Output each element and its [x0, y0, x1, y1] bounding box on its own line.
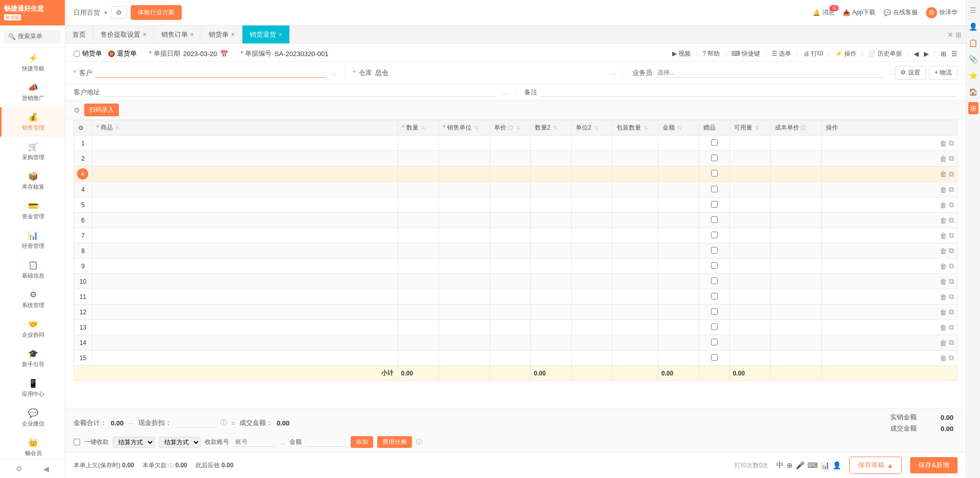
sidebar-collapse-btn[interactable]: ◀ — [43, 465, 49, 473]
sidebar-item-inventory[interactable]: 📦 库存核算 — [0, 166, 65, 196]
delete-row-btn[interactable]: 🗑 — [940, 293, 947, 301]
goods-cell[interactable] — [92, 151, 398, 166]
scan-button[interactable]: 扫码录入 — [84, 104, 119, 116]
gift-cell[interactable] — [699, 151, 729, 166]
calendar-icon[interactable]: 📅 — [220, 50, 228, 58]
unit2-cell[interactable] — [571, 166, 612, 182]
shortcut-btn[interactable]: ⌨ 快捷键 — [731, 49, 760, 58]
copy-row-btn[interactable]: ⧉ — [949, 308, 954, 316]
pkg-qty-cell[interactable] — [612, 136, 658, 151]
tab-sales-order[interactable]: 销售订单 ✕ — [154, 26, 202, 43]
qty2-cell[interactable] — [530, 166, 571, 182]
unit-price-cell[interactable] — [489, 136, 530, 151]
account-input[interactable] — [233, 437, 274, 447]
tab-price-settings[interactable]: 售价提取设置 ✕ — [93, 26, 154, 43]
print-btn[interactable]: 🖨 打印 — [803, 49, 823, 58]
sort-icon[interactable]: ⇅ — [553, 125, 557, 131]
save-new-button[interactable]: 保存&新增 — [910, 457, 958, 473]
next-doc-btn[interactable]: ▶ — [924, 50, 929, 58]
cost-price-cell[interactable] — [770, 136, 821, 151]
delete-row-btn[interactable]: 🗑 — [940, 216, 947, 224]
unit2-cell[interactable] — [571, 136, 612, 151]
right-sidebar-icon-4[interactable]: 📎 — [967, 53, 979, 65]
copy-row-btn[interactable]: ⧉ — [949, 323, 954, 332]
qty-cell[interactable] — [398, 136, 438, 151]
delete-row-btn[interactable]: 🗑 — [940, 139, 947, 147]
copy-row-btn[interactable]: ⧉ — [949, 139, 954, 147]
copy-row-btn[interactable]: ⧉ — [949, 231, 954, 240]
available-cell[interactable] — [729, 136, 770, 151]
app-download-button[interactable]: 📥 App下载 — [843, 8, 875, 17]
sidebar-item-purchase[interactable]: 🛒 采购管理 — [0, 137, 65, 166]
toolbar-icon-4[interactable]: ⌨ — [807, 461, 818, 469]
qty2-cell[interactable] — [530, 151, 571, 166]
table-settings-btn[interactable]: ⚙ — [74, 106, 80, 114]
copy-row-btn[interactable]: ⧉ — [949, 246, 954, 255]
cost-price-cell[interactable] — [770, 166, 821, 182]
grid-view-btn[interactable]: ⊞ — [941, 50, 946, 58]
sidebar-item-basic-info[interactable]: 📋 基础信息 — [0, 255, 65, 285]
copy-row-btn[interactable]: ⧉ — [949, 338, 954, 347]
toolbar-icon-6[interactable]: 👤 — [832, 461, 841, 469]
sort-icon[interactable]: ⇅ — [474, 125, 478, 131]
sidebar-item-wechat[interactable]: 💬 企业微信 — [0, 403, 65, 433]
tab-home[interactable]: 首页 — [65, 26, 93, 43]
user-button[interactable]: 徐 徐泽华 — [926, 7, 958, 18]
video-btn[interactable]: ▶ 视频 — [672, 49, 691, 58]
sidebar-item-operation[interactable]: 📊 经营管理 — [0, 225, 65, 255]
right-sidebar-icon-7[interactable]: ⊞ — [968, 102, 978, 114]
sort-icon[interactable]: ⇅ — [594, 125, 598, 131]
gift-checkbox[interactable] — [711, 170, 718, 177]
sidebar-item-system[interactable]: ⚙ 系统管理 — [0, 285, 65, 314]
copy-row-btn[interactable]: ⧉ — [949, 292, 954, 301]
prev-doc-btn[interactable]: ◀ — [914, 50, 919, 58]
amount-cell[interactable] — [658, 151, 699, 166]
sort-icon[interactable]: ⇅ — [644, 125, 648, 131]
gift-cell[interactable] — [699, 136, 729, 151]
help-btn[interactable]: ? 帮助 — [702, 49, 720, 58]
copy-row-btn[interactable]: ⧉ — [949, 354, 954, 362]
pkg-qty-cell[interactable] — [612, 166, 658, 182]
right-sidebar-icon-1[interactable]: ☰ — [968, 4, 978, 16]
online-service-button[interactable]: 💬 在线客服 — [884, 8, 918, 17]
sidebar-item-quick-nav[interactable]: ⚡ 快捷导航 — [0, 48, 65, 78]
operation-btn[interactable]: ⚡ 操作 — [835, 49, 856, 58]
delete-row-btn[interactable]: 🗑 — [940, 262, 947, 270]
staff-input[interactable] — [655, 68, 885, 78]
toolbar-icon-1[interactable]: 中 — [776, 461, 783, 470]
available-cell[interactable] — [729, 166, 770, 182]
sidebar-settings-btn[interactable]: ⚙ — [16, 465, 22, 473]
gift-checkbox[interactable] — [711, 139, 718, 146]
sidebar-item-cooperation[interactable]: 🤝 企业协同 — [0, 314, 65, 344]
delete-row-btn[interactable]: 🗑 — [940, 308, 947, 316]
sort-icon[interactable]: ⇅ — [755, 125, 759, 131]
discount-input[interactable] — [176, 418, 216, 428]
copy-row-btn[interactable]: ⧉ — [949, 154, 954, 163]
delete-row-btn[interactable]: 🗑 — [940, 186, 947, 194]
sort-icon[interactable]: ⇅ — [677, 125, 681, 131]
copy-row-btn[interactable]: ⧉ — [949, 170, 954, 179]
calc-select[interactable]: 结算方式 — [159, 437, 201, 448]
experience-button[interactable]: 体验行业方案 — [131, 5, 182, 20]
list-view-btn[interactable]: ☰ — [951, 50, 958, 58]
delete-row-btn[interactable]: 🗑 — [940, 354, 947, 362]
fee-split-button[interactable]: 费用分摊 — [377, 436, 412, 448]
select-btn[interactable]: ☰ 选单 — [772, 49, 791, 58]
right-sidebar-icon-3[interactable]: 📋 — [967, 37, 979, 49]
search-menu-button[interactable]: 🔍 搜索菜单 — [4, 30, 61, 43]
tab-close-icon[interactable]: ✕ — [190, 32, 194, 37]
cost-price-cell[interactable] — [770, 151, 821, 166]
customer-input[interactable] — [95, 68, 326, 78]
tab-sales-return[interactable]: 销货退货 ✕ — [242, 26, 290, 43]
copy-row-btn[interactable]: ⧉ — [949, 200, 954, 209]
add-logistics-button[interactable]: + 物流 — [929, 66, 958, 80]
unit-price-cell[interactable] — [489, 151, 530, 166]
sidebar-item-marketing[interactable]: 📣 营销推广 — [0, 78, 65, 107]
copy-row-btn[interactable]: ⧉ — [949, 185, 954, 194]
gift-checkbox[interactable] — [711, 155, 718, 161]
maximize-button[interactable]: ⊞ — [955, 31, 962, 39]
sales-unit-cell[interactable] — [438, 151, 489, 166]
gift-cell[interactable] — [699, 166, 729, 182]
radio-return-input[interactable] — [108, 51, 115, 57]
delete-row-btn[interactable]: 🗑 — [940, 247, 947, 255]
